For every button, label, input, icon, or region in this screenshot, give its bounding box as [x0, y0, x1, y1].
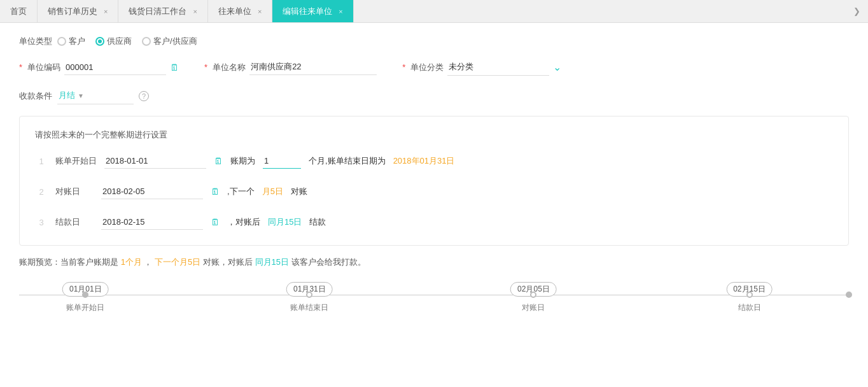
unit-category-label: 单位分类 [410, 62, 444, 73]
tab-sales-history-close[interactable]: × [104, 8, 108, 15]
period-label-1: 账单开始日 [55, 155, 97, 167]
period-num-3: 3 [35, 218, 48, 227]
period-cal-1[interactable]: 🗓 [214, 156, 223, 166]
radio-both[interactable]: 客户/供应商 [142, 36, 197, 47]
unit-category-group: * 单位分类 未分类 ⌄ [402, 59, 561, 76]
period-box: 请按照未来的一个完整帐期进行设置 1 账单开始日 🗓 账期为 个月,账单结束日期… [19, 116, 849, 246]
tl-label-3: 结款日 [738, 302, 761, 313]
period-num-2: 2 [35, 187, 48, 197]
tl-dot-1 [306, 292, 312, 298]
preview-sep1: ， [144, 257, 152, 267]
unit-code-icon[interactable]: 🗓 [170, 62, 179, 73]
period-cal-2[interactable]: 🗓 [211, 186, 220, 197]
preview-part2: 下一个月5日 [155, 257, 200, 267]
period-num-1: 1 [35, 157, 48, 166]
radio-supplier-label: 供应商 [107, 36, 132, 47]
unit-category-select[interactable]: 未分类 [447, 59, 549, 76]
payment-terms-row: 收款条件 月结 ▼ ? [19, 87, 849, 104]
unit-category-arrow[interactable]: ⌄ [553, 61, 561, 73]
tab-partners-close[interactable]: × [258, 8, 262, 15]
period-period-label: 账期为 [230, 155, 255, 167]
tab-cashflow-label: 钱货日清工作台 [129, 6, 186, 17]
unit-name-label: 单位名称 [213, 62, 246, 73]
period-date-1[interactable] [104, 153, 206, 169]
radio-customer[interactable]: 客户 [57, 36, 85, 47]
unit-type-label: 单位类型 [19, 36, 52, 47]
preview-sep2: 对账，对账后 [203, 257, 253, 267]
preview-part3: 同月15日 [255, 257, 289, 267]
period-row2-highlight: 月5日 [262, 186, 283, 197]
tl-label-2: 对账日 [522, 302, 545, 313]
preview-text: 账期预览：当前客户账期是 1个月 ， 下一个月5日 对账，对账后 同月15日 该… [19, 256, 849, 269]
radio-both-circle [142, 37, 151, 46]
period-label-3: 结款日 [55, 216, 94, 228]
tab-home-label: 首页 [10, 6, 27, 17]
tab-edit-partner-close[interactable]: × [339, 8, 342, 15]
period-period-unit: 个月,账单结束日期为 [309, 155, 386, 167]
tl-label-0: 账单开始日 [66, 302, 104, 313]
period-box-title: 请按照未来的一个完整帐期进行设置 [35, 129, 833, 141]
preview-label: 账期预览：当前客户账期是 [19, 257, 118, 267]
period-row3-post: 结款 [309, 216, 326, 228]
payment-terms-label: 收款条件 [19, 90, 52, 102]
unit-code-label: 单位编码 [27, 62, 60, 73]
preview-end: 该客户会给我打款。 [291, 257, 366, 267]
timeline: 01月01日 账单开始日 01月31日 账单结束日 02月05日 对账日 02月… [19, 282, 849, 333]
radio-customer-label: 客户 [69, 36, 85, 47]
period-row-2: 2 对账日 🗓 ,下一个 月5日 对账 [35, 184, 833, 199]
period-row3-pre: ，对账后 [227, 216, 260, 228]
tl-dot-end [846, 292, 852, 298]
tab-more-arrow[interactable]: ❯ [846, 0, 868, 22]
tab-partners-label: 往来单位 [218, 6, 251, 17]
period-cal-3[interactable]: 🗓 [211, 217, 220, 227]
unit-type-row: 单位类型 客户 供应商 客户/供应商 [19, 36, 849, 47]
preview-part1: 1个月 [121, 257, 142, 267]
timeline-line [19, 295, 849, 295]
unit-name-star: * [204, 62, 207, 72]
tab-sales-history[interactable]: 销售订单历史 × [38, 0, 118, 22]
tl-label-1: 账单结束日 [290, 302, 328, 313]
period-label-2: 对账日 [55, 186, 94, 197]
tab-edit-partner-label: 编辑往来单位 [283, 6, 332, 17]
period-row2-pre: ,下一个 [227, 186, 255, 197]
unit-name-group: * 单位名称 [204, 60, 377, 75]
tab-edit-partner[interactable]: 编辑往来单位 × [272, 0, 353, 22]
tab-sales-history-label: 销售订单历史 [48, 6, 97, 17]
unit-info-row: * 单位编码 🗓 * 单位名称 * 单位分类 未分类 ⌄ [19, 59, 849, 76]
unit-code-input[interactable] [64, 60, 166, 75]
unit-name-input[interactable] [249, 60, 377, 75]
period-row-3: 3 结款日 🗓 ，对账后 同月15日 结款 [35, 215, 833, 230]
tab-bar: 首页 销售订单历史 × 钱货日清工作台 × 往来单位 × 编辑往来单位 × ❯ [0, 0, 868, 23]
main-content: 单位类型 客户 供应商 客户/供应商 * 单位编码 🗓 * [0, 23, 868, 387]
unit-type-radio-group: 客户 供应商 客户/供应商 [57, 36, 197, 47]
radio-supplier[interactable]: 供应商 [95, 36, 132, 47]
period-row3-highlight: 同月15日 [268, 216, 302, 228]
payment-terms-value: 月结 [59, 90, 75, 101]
unit-code-group: * 单位编码 🗓 [19, 60, 179, 75]
period-row-1: 1 账单开始日 🗓 账期为 个月,账单结束日期为 2018年01月31日 [35, 153, 833, 169]
tl-dot-0 [82, 292, 88, 298]
period-date-2[interactable] [101, 184, 203, 199]
unit-code-star: * [19, 62, 22, 72]
tab-home[interactable]: 首页 [0, 0, 38, 22]
payment-terms-select[interactable]: 月结 ▼ [57, 87, 134, 104]
payment-terms-help[interactable]: ? [139, 91, 149, 101]
radio-both-label: 客户/供应商 [153, 36, 197, 47]
payment-terms-arrow: ▼ [78, 92, 84, 99]
tab-cashflow[interactable]: 钱货日清工作台 × [118, 0, 207, 22]
radio-supplier-circle [95, 37, 104, 46]
tl-dot-3 [746, 292, 753, 298]
unit-category-value: 未分类 [449, 61, 473, 73]
tab-cashflow-close[interactable]: × [193, 8, 197, 15]
unit-category-star: * [402, 62, 405, 72]
period-period-value[interactable] [263, 153, 301, 169]
period-date-3[interactable] [101, 215, 203, 230]
tl-dot-2 [530, 292, 536, 298]
period-end-date: 2018年01月31日 [393, 155, 455, 167]
tab-partners[interactable]: 往来单位 × [208, 0, 272, 22]
radio-customer-circle [57, 37, 66, 46]
period-row2-post: 对账 [291, 186, 307, 197]
